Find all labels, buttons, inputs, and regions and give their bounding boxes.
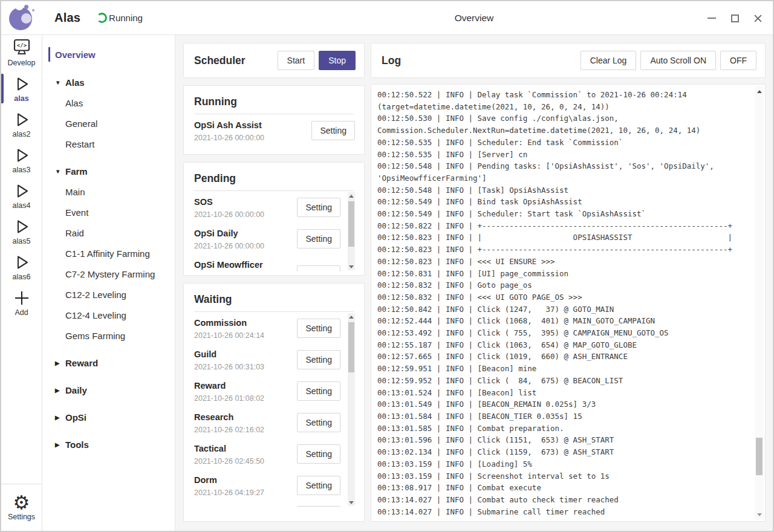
nav-item-label: Farm	[65, 166, 88, 177]
log-column: Log Clear Log Auto Scroll ON OFF 00:12:5…	[371, 35, 773, 531]
sidebar-item[interactable]: </>	[1, 142, 42, 178]
scroll-down-icon[interactable]	[348, 263, 355, 270]
nav-item[interactable]: Restart	[42, 134, 175, 154]
close-icon	[754, 15, 762, 22]
log-line: 00:12:50.823 | INFO | <<< UI ENSURE >>>	[377, 256, 747, 268]
auto-scroll-off-button[interactable]: OFF	[720, 51, 756, 70]
sidebar-item[interactable]: </>	[1, 213, 42, 249]
nav-item[interactable]: Overview	[42, 44, 175, 65]
task-next-run-time: 2021-10-26 00:00:00	[194, 210, 296, 219]
nav-item[interactable]: C7-2 Mystery Farming	[42, 264, 175, 284]
pending-scrollbar[interactable]	[348, 192, 355, 270]
sidebar-item[interactable]: </>	[1, 106, 42, 142]
nav-item[interactable]: ▶ Reward	[42, 352, 175, 373]
nav-item[interactable]: Raid	[42, 222, 175, 243]
sidebar-item-label: alas4	[13, 201, 31, 210]
log-scrollbar[interactable]	[755, 86, 764, 520]
log-line: 00:13:14.027 | INFO | Submarine call tim…	[377, 506, 747, 518]
nav-item[interactable]: ▶ Tools	[42, 434, 175, 455]
nav-item-label: Overview	[55, 50, 96, 60]
nav-item[interactable]: Alas	[42, 92, 175, 113]
nav-item-label: General	[65, 118, 97, 129]
task-setting-button[interactable]: Setting	[297, 350, 340, 369]
scroll-up-icon[interactable]	[755, 87, 764, 96]
sidebar-item-label: alas6	[13, 273, 31, 281]
task-next-run-time: 2021-10-26 02:16:02	[194, 426, 296, 434]
scrollbar-thumb[interactable]	[756, 438, 763, 475]
task-setting-button[interactable]: Setting	[297, 444, 340, 464]
log-line: 00:12:50.548 | INFO | [Task] OpsiAshAssi…	[377, 184, 747, 196]
clear-log-button[interactable]: Clear Log	[580, 51, 637, 70]
task-setting-button[interactable]: Setting	[297, 381, 340, 401]
nav-item[interactable]: C12-2 Leveling	[42, 284, 175, 305]
sidebar-item[interactable]: </>	[1, 71, 42, 106]
nav-item[interactable]: ▼ Alas	[42, 72, 175, 92]
minimize-button[interactable]	[700, 1, 723, 35]
nav-item[interactable]: ▶ OpSi	[42, 407, 175, 427]
task-info: Guild 2021-10-26 00:31:03	[194, 348, 296, 371]
log-line: 'OpsiMeowfficerFarming']	[377, 172, 747, 184]
scrollbar-thumb[interactable]	[348, 201, 354, 247]
scroll-up-icon[interactable]	[348, 313, 355, 320]
scroll-down-icon[interactable]	[755, 510, 764, 519]
log-line: 00:13:14.027 | INFO | Combat auto check …	[377, 494, 747, 506]
nav-item-label: C12-2 Leveling	[65, 290, 126, 300]
task-setting-button[interactable]: Setting	[297, 413, 340, 432]
start-button[interactable]: Start	[278, 51, 315, 70]
log-line: 00:12:50.522 | INFO | Delay task `Commis…	[377, 89, 747, 101]
maximize-button[interactable]	[723, 1, 746, 35]
task-setting-button[interactable]: Setting	[311, 121, 355, 140]
log-line: 00:13:01.585 | INFO | Combat preparation…	[377, 423, 747, 435]
task-info: SOS 2021-10-26 00:00:00	[194, 196, 296, 219]
log-line: 00:12:50.842 | INFO | Click (1247, 37) @…	[377, 303, 747, 316]
auto-scroll-on-button[interactable]: Auto Scroll ON	[640, 51, 716, 70]
scroll-down-icon[interactable]	[348, 499, 355, 506]
nav-item[interactable]: C1-1 Affinity Farming	[42, 243, 175, 264]
stop-button[interactable]: Stop	[319, 51, 356, 70]
sidebar-item[interactable]: </>	[1, 249, 42, 285]
task-name: Research	[194, 411, 296, 423]
sidebar-item[interactable]: </>	[1, 178, 42, 213]
task-setting-button[interactable]: Setting	[297, 265, 340, 271]
task-row: Guild 2021-10-26 00:31:03 Setting	[194, 343, 340, 375]
sidebar-item-label: alas	[14, 94, 28, 103]
task-info: Dorm 2021-10-26 04:19:27	[194, 474, 296, 497]
nav-expand-arrow-icon: ▶	[55, 387, 65, 394]
pending-card: Pending SOS 2021-10-26 00:00:00 Setting	[183, 162, 365, 276]
log-line: 00:12:50.535 | INFO | [Server] cn	[377, 149, 747, 161]
log-line: 00:12:50.832 | INFO | <<< UI GOTO PAGE_O…	[377, 291, 747, 303]
code-monitor-icon: </>	[12, 39, 31, 58]
task-row: OpSi Daily 2021-10-26 00:00:00 Setting	[194, 222, 340, 254]
task-setting-button[interactable]: Setting	[297, 476, 340, 495]
play-icon	[12, 110, 31, 129]
log-line: 00:12:50.549 | INFO | Bind task OpsiAshA…	[377, 196, 747, 208]
log-line: 00:12:50.535 | INFO | Scheduler: End tas…	[377, 137, 747, 149]
task-setting-button[interactable]: Setting	[297, 198, 340, 217]
task-next-run-time: 2021-10-26 00:00:00	[194, 134, 296, 142]
close-button[interactable]	[746, 1, 769, 35]
log-line: 00:12:50.549 | INFO | Scheduler: Start t…	[377, 208, 747, 220]
nav-item[interactable]: General	[42, 113, 175, 134]
sidebar-item[interactable]: </>	[1, 35, 42, 71]
task-setting-button[interactable]: Setting	[297, 229, 340, 248]
nav-item-label: Tools	[65, 440, 89, 450]
scrollbar-thumb[interactable]	[348, 322, 354, 372]
task-setting-button[interactable]: Setting	[297, 319, 340, 338]
log-line: 00:12:50.822 | INFO | +-----------------…	[377, 220, 747, 232]
nav-item[interactable]: ▼ Farm	[42, 161, 175, 181]
scroll-up-icon[interactable]	[348, 192, 355, 199]
waiting-scrollbar[interactable]	[348, 313, 355, 506]
sidebar-item[interactable]: </>	[1, 285, 42, 320]
nav-item[interactable]: Event	[42, 202, 175, 222]
sidebar-item-settings[interactable]: ⚙ Settings	[1, 489, 42, 525]
nav-item[interactable]: ▶ Daily	[42, 380, 175, 400]
sidebar-item-label: alas2	[13, 130, 31, 138]
nav-item[interactable]: C12-4 Leveling	[42, 305, 175, 325]
task-setting-button[interactable]: Setting	[297, 506, 340, 507]
task-next-run-time: 2021-10-26 00:00:00	[194, 242, 296, 250]
nav-item[interactable]: Main	[42, 181, 175, 202]
sidebar-item-label: alas5	[13, 237, 31, 245]
nav-item[interactable]: Gems Farming	[42, 325, 175, 346]
task-name: Tactical	[194, 443, 296, 455]
log-line: 00:12:50.823 | INFO | | OPSIASHASSIST |	[377, 232, 747, 244]
